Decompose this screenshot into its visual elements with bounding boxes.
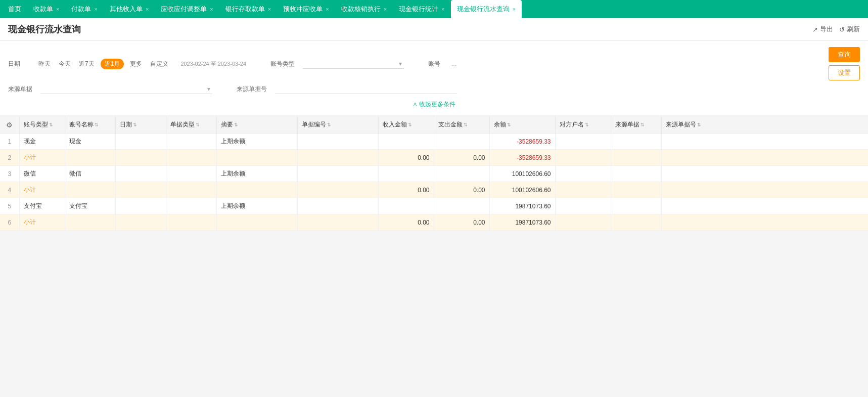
nav-item-现金银行流水查询[interactable]: 现金银行流水查询× bbox=[451, 0, 522, 18]
nav-item-预收冲应收单[interactable]: 预收冲应收单× bbox=[277, 0, 335, 18]
sort-icon-acname: ⇅ bbox=[95, 122, 99, 127]
td-actype: 小计 bbox=[19, 214, 65, 231]
export-button[interactable]: ↗ 导出 bbox=[812, 25, 833, 34]
td-doctype bbox=[166, 198, 216, 214]
table-area: ⚙ 账号类型⇅ 账号名称⇅ 日期⇅ 单据类型⇅ 摘要⇅ 单据编号 bbox=[0, 116, 868, 231]
gear-icon[interactable]: ⚙ bbox=[6, 121, 13, 129]
td-docno bbox=[297, 166, 378, 182]
table-body: 1现金现金上期余额-3528659.332小计0.000.00-3528659.… bbox=[0, 134, 868, 231]
filter-row-1: 日期 昨天今天近7天近1月更多自定义 2023-02-24 至 2023-03-… bbox=[8, 47, 860, 80]
row-num: 6 bbox=[0, 214, 19, 231]
sort-icon-expense: ⇅ bbox=[464, 122, 468, 127]
table-row: 2小计0.000.00-3528659.33 bbox=[0, 150, 868, 166]
row-num: 2 bbox=[0, 150, 19, 166]
td-date bbox=[115, 166, 166, 182]
td-expense: 0.00 bbox=[434, 150, 489, 166]
close-icon[interactable]: × bbox=[146, 6, 149, 12]
top-nav: 首页收款单×付款单×其他收入单×应收应付调整单×银行存取款单×预收冲应收单×收款… bbox=[0, 0, 868, 18]
sort-icon-doctype: ⇅ bbox=[196, 122, 200, 127]
table-row: 6小计0.000.0019871073.60 bbox=[0, 214, 868, 231]
td-income: 0.00 bbox=[378, 182, 434, 198]
source-bill-select[interactable]: ▾ bbox=[40, 84, 212, 94]
td-doctype bbox=[166, 182, 216, 198]
collapse-bar[interactable]: ∧ 收起更多条件 bbox=[8, 98, 860, 111]
td-date bbox=[115, 150, 166, 166]
nav-item-收款单[interactable]: 收款单× bbox=[27, 0, 65, 18]
settings-button[interactable]: 设置 bbox=[829, 65, 860, 80]
date-shortcut-近1月[interactable]: 近1月 bbox=[101, 59, 124, 69]
table-row: 1现金现金上期余额-3528659.33 bbox=[0, 134, 868, 150]
close-icon[interactable]: × bbox=[326, 6, 329, 12]
sort-icon-srcbill: ⇅ bbox=[641, 122, 645, 127]
td-acname: 支付宝 bbox=[65, 198, 115, 214]
account-dots-button[interactable]: ... bbox=[448, 59, 460, 68]
nav-item-银行存取款单[interactable]: 银行存取款单× bbox=[219, 0, 277, 18]
td-balance: 100102606.60 bbox=[489, 166, 555, 182]
refresh-icon: ↺ bbox=[839, 26, 845, 33]
td-opponent bbox=[555, 214, 611, 231]
td-income: 0.00 bbox=[378, 214, 434, 231]
row-num: 4 bbox=[0, 182, 19, 198]
td-actype: 微信 bbox=[19, 166, 65, 182]
th-doctype[interactable]: 单据类型⇅ bbox=[166, 116, 216, 134]
query-button[interactable]: 查询 bbox=[829, 47, 860, 62]
td-opponent bbox=[555, 134, 611, 150]
th-actype[interactable]: 账号类型⇅ bbox=[19, 116, 65, 134]
source-bill-no-label: 来源单据号 bbox=[237, 85, 267, 94]
account-type-select[interactable]: ▾ bbox=[303, 59, 404, 69]
nav-item-首页[interactable]: 首页 bbox=[2, 0, 27, 18]
th-expense[interactable]: 支出金额⇅ bbox=[434, 116, 489, 134]
td-srcbill bbox=[611, 134, 661, 150]
td-balance: 19871073.60 bbox=[489, 198, 555, 214]
td-doctype bbox=[166, 166, 216, 182]
nav-item-付款单[interactable]: 付款单× bbox=[65, 0, 103, 18]
td-doctype bbox=[166, 214, 216, 231]
th-balance[interactable]: 余额⇅ bbox=[489, 116, 555, 134]
td-srcbillno bbox=[661, 166, 868, 182]
th-date[interactable]: 日期⇅ bbox=[115, 116, 166, 134]
date-shortcut-近7天[interactable]: 近7天 bbox=[77, 59, 97, 69]
sort-icon-date: ⇅ bbox=[133, 122, 137, 127]
date-shortcut-自定义[interactable]: 自定义 bbox=[148, 59, 170, 69]
date-shortcut-更多[interactable]: 更多 bbox=[128, 59, 144, 69]
nav-item-收款核销执行[interactable]: 收款核销执行× bbox=[335, 0, 393, 18]
filter-right-buttons: 查询 设置 bbox=[829, 47, 860, 80]
filter-area: 日期 昨天今天近7天近1月更多自定义 2023-02-24 至 2023-03-… bbox=[0, 41, 868, 115]
close-icon[interactable]: × bbox=[210, 6, 213, 12]
date-range: 2023-02-24 至 2023-03-24 bbox=[180, 60, 246, 68]
close-icon[interactable]: × bbox=[513, 6, 516, 12]
date-shortcut-今天[interactable]: 今天 bbox=[57, 59, 73, 69]
th-srcbillno[interactable]: 来源单据号⇅ bbox=[661, 116, 868, 134]
close-icon[interactable]: × bbox=[268, 6, 271, 12]
th-acname[interactable]: 账号名称⇅ bbox=[65, 116, 115, 134]
close-icon[interactable]: × bbox=[441, 6, 444, 12]
sort-icon-srcbillno: ⇅ bbox=[697, 122, 701, 127]
td-doctype bbox=[166, 134, 216, 150]
td-srcbill bbox=[611, 182, 661, 198]
page-title: 现金银行流水查询 bbox=[8, 23, 81, 35]
td-opponent bbox=[555, 198, 611, 214]
td-srcbill bbox=[611, 214, 661, 231]
nav-item-现金银行统计[interactable]: 现金银行统计× bbox=[393, 0, 450, 18]
th-summary[interactable]: 摘要⇅ bbox=[216, 116, 297, 134]
th-docno[interactable]: 单据编号⇅ bbox=[297, 116, 378, 134]
close-icon[interactable]: × bbox=[384, 6, 387, 12]
date-shortcut-昨天[interactable]: 昨天 bbox=[36, 59, 53, 69]
close-icon[interactable]: × bbox=[56, 6, 59, 12]
th-srcbill[interactable]: 来源单据⇅ bbox=[611, 116, 661, 134]
sort-icon-balance: ⇅ bbox=[507, 122, 511, 127]
th-opponent[interactable]: 对方户名⇅ bbox=[555, 116, 611, 134]
date-shortcuts: 昨天今天近7天近1月更多自定义 bbox=[36, 59, 170, 69]
close-icon[interactable]: × bbox=[94, 6, 97, 12]
refresh-button[interactable]: ↺ 刷新 bbox=[839, 25, 860, 34]
th-income[interactable]: 收入金额⇅ bbox=[378, 116, 434, 134]
nav-item-其他收入单[interactable]: 其他收入单× bbox=[104, 0, 155, 18]
source-bill-label: 来源单据 bbox=[8, 85, 32, 94]
nav-item-应收应付调整单[interactable]: 应收应付调整单× bbox=[155, 0, 219, 18]
row-num: 3 bbox=[0, 166, 19, 182]
page-header: 现金银行流水查询 ↗ 导出 ↺ 刷新 bbox=[0, 18, 868, 41]
chevron-down-icon: ▾ bbox=[399, 60, 402, 67]
source-bill-no-input[interactable] bbox=[275, 84, 457, 94]
table-header: ⚙ 账号类型⇅ 账号名称⇅ 日期⇅ 单据类型⇅ 摘要⇅ 单据编号 bbox=[0, 116, 868, 134]
td-balance: -3528659.33 bbox=[489, 134, 555, 150]
